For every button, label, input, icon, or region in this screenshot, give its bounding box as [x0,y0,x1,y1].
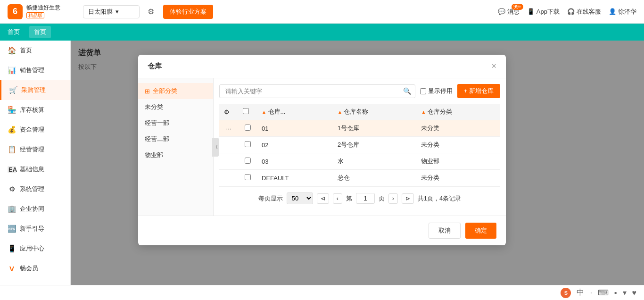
col-name: ▲ 仓库名称 [333,104,417,120]
pagination-bar: 每页显示 50 10 20 100 ⊲ ‹ 第 页 [219,186,500,210]
sidebar-item-system[interactable]: ⚙ 系统管理 [0,179,70,199]
collapse-button[interactable]: 《 [212,138,219,157]
keyboard-icon[interactable]: ⌨ [598,288,609,297]
table-row[interactable]: ··· 01 1号仓库 未分类 [219,120,500,137]
modal-overlay: 仓库 × ⊞ 全部分类 未分类 经营一部 经营二部 物业部 [71,41,644,300]
show-disabled-label[interactable]: 显示停用 [420,87,453,95]
cancel-button[interactable]: 取消 [429,223,461,239]
mobile-icon: 📱 [527,8,535,15]
warehouse-table: ⚙ ▲ 仓库... ▲ 仓库名称 ▲ 仓库分类 ··· [219,104,500,186]
user-item[interactable]: 👤 徐泽华 [609,8,636,16]
category-all-icon: ⊞ [145,88,150,95]
toolbar-icon2[interactable]: ▾ [623,288,627,297]
sidebar-item-basic-info[interactable]: EA 基础信息 [0,159,70,179]
category-item-property[interactable]: 物业部 [138,147,213,163]
category-item-ops2[interactable]: 经营二部 [138,131,213,147]
sidebar: 🏠 首页 📊 销售管理 🛒 采购管理 🏪 库存核算 💰 资金管理 📋 经营管理 … [0,41,71,300]
vip-icon: V [8,265,16,273]
store-selector[interactable]: 日太阳膜 ▾ [83,5,140,18]
settings-button[interactable]: ⚙ [143,4,158,19]
sidebar-label-operation: 经营管理 [20,145,44,154]
home-link[interactable]: 首页 [8,28,20,36]
search-input[interactable] [223,85,403,98]
category-panel: ⊞ 全部分类 未分类 经营一部 经营二部 物业部 《 [138,78,214,216]
dropdown-icon: ▾ [116,8,119,15]
warehouse-toolbar: 🔍 显示停用 + 新增仓库 [219,84,500,98]
chinese-icon[interactable]: 中 [577,288,584,298]
row-name-3: 水 [333,153,417,170]
bottom-bar: S 中 · ⌨ ▪ ▾ ♥ [0,285,644,300]
sidebar-item-home[interactable]: 🏠 首页 [0,41,70,60]
modal-title: 仓库 [148,62,162,71]
category-item-ops1[interactable]: 经营一部 [138,115,213,131]
sidebar-label-sales: 销售管理 [20,66,44,75]
search-icon[interactable]: 🔍 [403,87,411,95]
sidebar-label-newbie: 新手引导 [20,225,44,233]
modal-close-button[interactable]: × [491,61,496,71]
row-num-4: DEFAULT [257,170,333,186]
headset-icon: 🎧 [567,8,575,15]
app-tag: 精品版 [26,12,44,18]
sidebar-item-purchase[interactable]: 🛒 采购管理 [0,80,70,100]
show-disabled-checkbox[interactable] [420,88,426,94]
table-row[interactable]: 02 2号仓库 未分类 [219,137,500,153]
current-page[interactable]: 首页 [29,26,51,38]
col-checkbox [238,104,257,120]
row-checkbox [238,153,257,170]
row-num-3: 03 [257,153,333,170]
inventory-icon: 🏪 [8,106,16,114]
first-page-button[interactable]: ⊲ [317,193,329,204]
toolbar-icon1[interactable]: ▪ [614,289,617,297]
row-category-2: 未分类 [416,137,500,153]
modal-footer: 取消 确定 [138,216,506,245]
sidebar-item-finance[interactable]: 💰 资金管理 [0,120,70,140]
table-row[interactable]: 03 水 物业部 [219,153,500,170]
row-num-2: 02 [257,137,333,153]
header-right: 💬 消息 99+ 📱 App下载 🎧 在线客服 👤 徐泽华 [498,8,636,16]
logo-area: 6 畅捷通好生意 精品版 [8,4,78,19]
sidebar-item-inventory[interactable]: 🏪 库存核算 [0,100,70,120]
apps-icon: 📱 [8,244,16,253]
next-page-button[interactable]: › [388,193,398,204]
avatar: 👤 [609,8,616,15]
experience-button[interactable]: 体验行业方案 [163,5,213,19]
top-header: 6 畅捷通好生意 精品版 日太阳膜 ▾ ⚙ 体验行业方案 💬 消息 99+ 📱 … [0,0,644,24]
sidebar-item-sales[interactable]: 📊 销售管理 [0,60,70,80]
category-all-item[interactable]: ⊞ 全部分类 [138,83,213,99]
app-download-item[interactable]: 📱 App下载 [527,8,560,16]
col-code: ▲ 仓库... [257,104,333,120]
row-name-1: 1号仓库 [333,120,417,137]
customer-service-item[interactable]: 🎧 在线客服 [567,8,601,16]
sidebar-item-apps[interactable]: 📱 应用中心 [0,239,70,258]
app-logo: 6 [8,4,23,19]
sidebar-item-vip[interactable]: V 畅会员 [0,258,70,278]
purchase-icon: 🛒 [9,86,17,94]
sidebar-item-operation[interactable]: 📋 经营管理 [0,140,70,159]
warehouse-modal: 仓库 × ⊞ 全部分类 未分类 经营一部 经营二部 物业部 [138,55,506,245]
last-page-button[interactable]: ⊳ [402,193,414,204]
add-warehouse-button[interactable]: + 新增仓库 [457,84,500,98]
row-checkbox [238,137,257,153]
home-icon: 🏠 [8,46,16,55]
category-item-unclassified[interactable]: 未分类 [138,99,213,115]
sub-header: 首页 首页 [0,24,644,41]
heart-icon[interactable]: ♥ [632,289,637,297]
select-all-checkbox[interactable] [243,108,249,114]
sidebar-item-enterprise[interactable]: 🏢 企业协同 [0,199,70,219]
per-page-select[interactable]: 50 10 20 100 [287,192,313,204]
col-gear: ⚙ [219,104,238,120]
prev-page-button[interactable]: ‹ [333,193,342,204]
table-row[interactable]: DEFAULT 总仓 未分类 [219,170,500,186]
row-gear [219,137,238,153]
row-category-4: 未分类 [416,170,500,186]
confirm-button[interactable]: 确定 [465,223,496,239]
row-checkbox [238,120,257,137]
modal-body: ⊞ 全部分类 未分类 经营一部 经营二部 物业部 《 [138,78,506,216]
s5-logo: S [561,288,571,298]
page-number-input[interactable] [356,193,375,204]
page-suffix: 页 [379,194,385,203]
message-item[interactable]: 💬 消息 99+ [498,8,520,16]
category-all-label: 全部分类 [153,87,177,95]
row-num-1: 01 [257,120,333,137]
sidebar-item-newbie[interactable]: 🆕 新手引导 [0,219,70,239]
